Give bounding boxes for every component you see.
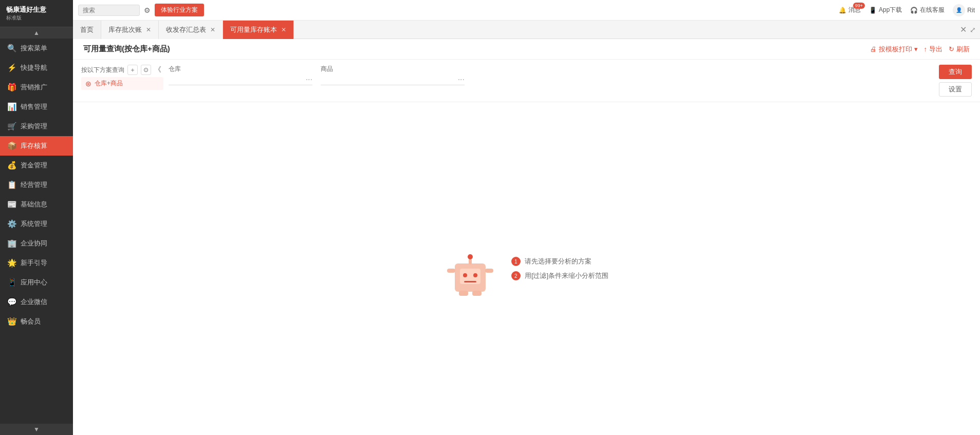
sidebar-item-purchase[interactable]: 🛒采购管理 — [0, 117, 73, 136]
svg-rect-7 — [447, 269, 455, 273]
goods-input[interactable] — [321, 74, 456, 85]
tab-receipt-summary[interactable]: 收发存汇总表 ✕ — [159, 21, 223, 39]
industry-btn[interactable]: 体验行业方案 — [155, 4, 204, 16]
step1-text: 请先选择要分析的方案 — [525, 257, 591, 266]
tab-available-qty[interactable]: 可用量库存账本 ✕ — [223, 21, 294, 39]
sidebar-logo-sub: 标准版 — [6, 14, 67, 22]
search-icon: 🔍 — [7, 44, 16, 53]
online-service-btn[interactable]: 🎧 在线客服 — [910, 6, 945, 14]
refresh-label: 刷新 — [956, 45, 970, 54]
sidebar-item-label-member: 畅会员 — [21, 317, 41, 326]
tab-batch-account-close[interactable]: ✕ — [146, 26, 151, 33]
svg-rect-4 — [464, 281, 476, 282]
scheme-item-label: 仓库+商品 — [95, 79, 123, 88]
add-scheme-btn[interactable]: ＋ — [127, 65, 138, 75]
filter-scheme-header: 按以下方案查询 ＋ ⊙ 《 — [81, 65, 163, 75]
goods-field: 商品 ··· — [321, 65, 465, 85]
query-btn[interactable]: 查询 — [939, 65, 972, 79]
scheme-item-warehouse-goods[interactable]: ⊛ 仓库+商品 — [81, 77, 163, 90]
sidebar-item-label-system: 系统管理 — [21, 219, 47, 229]
export-icon: ↑ — [924, 45, 928, 53]
printer-icon: 🖨 — [870, 45, 877, 53]
sidebar-item-member[interactable]: 👑畅会员 — [0, 312, 73, 331]
svg-point-3 — [473, 273, 477, 277]
filter-fields: 仓库 ··· 商品 ··· — [169, 65, 934, 85]
settings-btn[interactable]: 设置 — [939, 82, 972, 97]
warehouse-input[interactable] — [169, 74, 304, 85]
warehouse-label: 仓库 — [169, 65, 312, 73]
svg-point-2 — [463, 273, 467, 277]
goods-more-btn[interactable]: ··· — [458, 75, 465, 84]
sidebar-item-system[interactable]: ⚙️系统管理 — [0, 214, 73, 234]
sidebar-scroll-up[interactable]: ▲ — [0, 27, 73, 39]
notification-badge: 99+ — [853, 3, 865, 9]
sidebar-item-marketing[interactable]: 🎁营销推广 — [0, 78, 73, 97]
main-area: ⚙ 体验行业方案 🔔 99+ 消息 📱 App下载 🎧 在线客服 👤 Rit — [73, 0, 980, 435]
step2-circle: 2 — [511, 271, 521, 280]
print-dropdown-icon[interactable]: ▾ — [914, 45, 918, 53]
step2-text: 用[过滤]条件来缩小分析范围 — [525, 271, 608, 280]
warehouse-field: 仓库 ··· — [169, 65, 312, 85]
tab-available-qty-close[interactable]: ✕ — [281, 26, 286, 33]
goods-label: 商品 — [321, 65, 465, 73]
sidebar-item-shortcut[interactable]: ⚡快捷导航 — [0, 58, 73, 78]
tab-receipt-summary-close[interactable]: ✕ — [210, 26, 215, 33]
enterprise-icon: 🏢 — [7, 239, 16, 248]
tab-batch-account-label: 库存批次账 — [108, 25, 142, 34]
tab-maximize-btn[interactable]: ⤢ — [970, 26, 976, 34]
search-input[interactable] — [78, 5, 140, 16]
refresh-btn[interactable]: ↻ 刷新 — [949, 45, 970, 54]
sidebar-item-label-newguide: 新手引导 — [21, 258, 47, 268]
filter-scheme-panel: 按以下方案查询 ＋ ⊙ 《 ⊛ 仓库+商品 — [81, 65, 163, 90]
sidebar-header: 畅康通好生意 标准版 — [0, 0, 73, 27]
tab-available-qty-label: 可用量库存账本 — [230, 25, 277, 34]
empty-state: 1 请先选择要分析的方案 2 用[过滤]条件来缩小分析范围 — [73, 102, 980, 435]
bell-icon: 🔔 — [839, 7, 846, 14]
tab-close-all-btn[interactable]: ✕ — [960, 25, 967, 34]
notification-btn[interactable]: 🔔 99+ 消息 — [839, 6, 861, 14]
sidebar-item-basicinfo[interactable]: 📰基础信息 — [0, 195, 73, 214]
sidebar: 畅康通好生意 标准版 ▲ 🔍搜索菜单⚡快捷导航🎁营销推广📊销售管理🛒采购管理📦库… — [0, 0, 73, 435]
purchase-icon: 🛒 — [7, 122, 16, 131]
sales-icon: 📊 — [7, 102, 16, 111]
avatar: 👤 — [953, 4, 965, 16]
sidebar-item-newguide[interactable]: 🌟新手引导 — [0, 253, 73, 273]
export-btn[interactable]: ↑ 导出 — [924, 45, 943, 54]
user-menu[interactable]: 👤 Rit — [953, 4, 975, 16]
tab-batch-account[interactable]: 库存批次账 ✕ — [101, 21, 159, 39]
filter-area: 按以下方案查询 ＋ ⊙ 《 ⊛ 仓库+商品 仓库 ··· 商品 — [73, 60, 980, 102]
app-download-btn[interactable]: 📱 App下载 — [869, 6, 902, 14]
page-header: 可用量查询(按仓库+商品) 🖨 按模板打印 ▾ ↑ 导出 ↻ 刷新 — [73, 39, 980, 60]
system-icon: ⚙️ — [7, 219, 16, 229]
sidebar-item-label-inventory: 库存核算 — [21, 141, 47, 150]
sidebar-item-label-basicinfo: 基础信息 — [21, 200, 47, 209]
sidebar-item-finance[interactable]: 💰资金管理 — [0, 156, 73, 175]
sidebar-item-enterprise[interactable]: 🏢企业协同 — [0, 234, 73, 253]
sidebar-item-sales[interactable]: 📊销售管理 — [0, 97, 73, 117]
export-label: 导出 — [929, 45, 942, 54]
collapse-btn[interactable]: 《 — [154, 65, 161, 74]
sidebar-item-search[interactable]: 🔍搜索菜单 — [0, 39, 73, 58]
sidebar-item-label-wechat: 企业微信 — [21, 297, 47, 307]
shortcut-icon: ⚡ — [7, 63, 16, 72]
wechat-icon: 💬 — [7, 297, 16, 307]
sidebar-item-appcenter[interactable]: 📱应用中心 — [0, 273, 73, 292]
tab-home[interactable]: 首页 — [73, 21, 101, 39]
basicinfo-icon: 📰 — [7, 200, 16, 209]
sidebar-logo-title: 畅康通好生意 — [6, 5, 67, 14]
tab-home-label: 首页 — [80, 25, 94, 34]
sidebar-item-label-marketing: 营销推广 — [21, 83, 47, 92]
sidebar-item-label-purchase: 采购管理 — [21, 122, 47, 131]
sidebar-item-wechat[interactable]: 💬企业微信 — [0, 292, 73, 312]
warehouse-more-btn[interactable]: ··· — [306, 75, 312, 84]
sidebar-item-label-sales: 销售管理 — [21, 102, 47, 111]
manage-scheme-btn[interactable]: ⊙ — [141, 65, 151, 75]
headset-icon: 🎧 — [910, 7, 918, 14]
sidebar-item-inventory[interactable]: 📦库存核算 — [0, 136, 73, 156]
newguide-icon: 🌟 — [7, 258, 16, 268]
sidebar-scroll-down[interactable]: ▼ — [0, 424, 73, 435]
gear-icon[interactable]: ⚙ — [144, 6, 151, 14]
print-btn[interactable]: 🖨 按模板打印 ▾ — [870, 45, 918, 54]
mobile-icon: 📱 — [869, 7, 877, 14]
sidebar-item-operations[interactable]: 📋经营管理 — [0, 175, 73, 195]
